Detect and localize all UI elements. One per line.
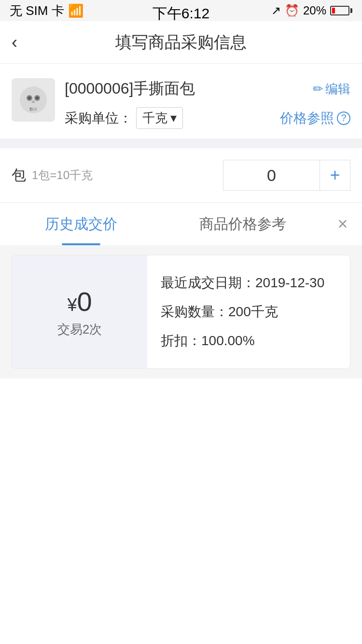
quantity-hint: 1包=10千克 [32,168,93,183]
transaction-count: 交易2次 [57,321,102,338]
discount-row: 折扣：100.00% [161,331,336,351]
content-area [0,378,362,644]
price-amount: ¥0 [67,286,92,317]
back-button[interactable]: ‹ [12,32,17,53]
currency-symbol: ¥ [67,295,77,315]
help-icon: ? [337,112,350,125]
product-thumbnail: 数计 [12,78,55,122]
wifi-icon: 📶 [68,3,84,18]
status-time: 下午6:12 [153,4,209,24]
svg-point-4 [36,97,39,99]
product-details: [0000006]手撕面包 ✏ 编辑 采购单位： 千克 ▾ 价格参照 ? [65,78,350,129]
tabs-section: 历史成交价 商品价格参考 × [0,202,362,245]
purchase-qty-value: 200千克 [228,304,278,319]
tab-active-indicator [62,243,100,245]
status-left: 无 SIM 卡 📶 [10,2,84,19]
discount-label: 折扣： [161,333,201,348]
dropdown-arrow-icon: ▾ [170,111,177,126]
recent-date-value: 2019-12-30 [255,275,324,290]
section-separator [0,139,362,148]
quantity-plus-button[interactable]: + [320,160,350,191]
recent-date-row: 最近成交日期：2019-12-30 [161,273,336,293]
price-card-left: ¥0 交易2次 [12,255,147,368]
svg-text:数计: 数计 [29,107,37,112]
quantity-controls: + [223,160,350,191]
edit-icon: ✏ [313,82,323,97]
unit-select[interactable]: 千克 ▾ [136,107,183,129]
page-title: 填写商品采购信息 [115,31,247,54]
tab-history-price[interactable]: 历史成交价 [0,203,162,245]
quantity-input[interactable] [223,160,320,191]
page-header: ‹ 填写商品采购信息 [0,21,362,64]
battery-indicator [330,6,352,15]
quantity-unit-label: 包 [12,166,26,185]
battery-percent: 20% [303,4,326,17]
edit-button[interactable]: ✏ 编辑 [313,81,350,98]
status-right: ↗ ⏰ 20% [271,4,352,17]
price-value: 0 [77,286,92,317]
purchase-unit-label: 采购单位： [65,109,132,127]
tabs-close-button[interactable]: × [323,214,362,234]
price-card-section: ¥0 交易2次 最近成交日期：2019-12-30 采购数量：200千克 折扣：… [0,245,362,378]
status-bar: 无 SIM 卡 📶 下午6:12 ↗ ⏰ 20% [0,0,362,21]
location-icon: ↗ [271,4,281,17]
product-name: [0000006]手撕面包 [65,78,195,99]
quantity-row: 包 1包=10千克 + [0,148,362,202]
carrier-text: 无 SIM 卡 [10,2,64,19]
purchase-qty-row: 采购数量：200千克 [161,302,336,322]
price-card: ¥0 交易2次 最近成交日期：2019-12-30 采购数量：200千克 折扣：… [12,255,350,369]
tab-product-price-ref[interactable]: 商品价格参考 [162,203,323,245]
discount-value: 100.00% [201,333,255,348]
product-card: 数计 [0000006]手撕面包 ✏ 编辑 采购单位： 千克 ▾ [0,64,362,139]
tabs-row: 历史成交价 商品价格参考 × [0,203,362,245]
purchase-qty-label: 采购数量： [161,304,228,319]
alarm-icon: ⏰ [285,4,299,17]
svg-point-3 [28,97,31,99]
price-card-right: 最近成交日期：2019-12-30 采购数量：200千克 折扣：100.00% [147,255,350,368]
recent-date-label: 最近成交日期： [161,275,255,290]
price-reference-button[interactable]: 价格参照 ? [280,109,350,127]
product-logo-icon: 数计 [19,85,48,114]
